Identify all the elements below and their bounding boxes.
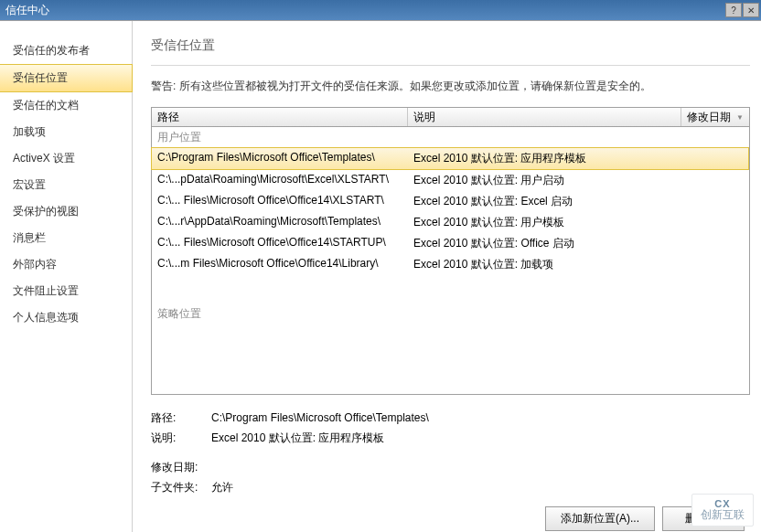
cell-date <box>681 235 749 252</box>
cell-desc: Excel 2010 默认位置: Excel 启动 <box>408 193 681 210</box>
sidebar-item-file-block[interactable]: 文件阻止设置 <box>0 278 132 304</box>
sidebar-item-external-content[interactable]: 外部内容 <box>0 251 132 278</box>
close-button[interactable]: ✕ <box>743 3 759 17</box>
titlebar-buttons: ? ✕ <box>725 3 759 17</box>
warning-text: 警告: 所有这些位置都被视为打开文件的受信任来源。如果您更改或添加位置，请确保新… <box>151 79 750 94</box>
detail-path-label: 路径: <box>151 408 211 428</box>
detail-date-row: 修改日期: <box>151 457 750 477</box>
sidebar-item-trusted-documents[interactable]: 受信任的文档 <box>0 92 132 119</box>
cell-date <box>681 150 748 167</box>
cell-desc: Excel 2010 默认位置: 用户模板 <box>408 214 681 231</box>
sidebar-item-message-bar[interactable]: 消息栏 <box>0 225 132 251</box>
section-title: 受信任位置 <box>151 37 750 66</box>
add-location-button[interactable]: 添加新位置(A)... <box>545 506 655 531</box>
dialog-title: 信任中心 <box>5 3 49 18</box>
detail-desc-row: 说明: Excel 2010 默认位置: 应用程序模板 <box>151 428 750 448</box>
table-row[interactable]: C:\Program Files\Microsoft Office\Templa… <box>151 147 749 170</box>
detail-subfolder-row: 子文件夹: 允许 <box>151 477 750 497</box>
detail-subfolder-value: 允许 <box>211 477 233 497</box>
detail-desc-label: 说明: <box>151 428 211 448</box>
grid-header: 路径 说明 修改日期▼ <box>152 108 749 127</box>
cell-desc: Excel 2010 默认位置: 加载项 <box>408 256 681 273</box>
cell-path: C:\...m Files\Microsoft Office\Office14\… <box>152 256 408 273</box>
cell-path: C:\...r\AppData\Roaming\Microsoft\Templa… <box>152 214 408 231</box>
watermark-logo: CX 创新互联 <box>691 494 754 527</box>
detail-desc-value: Excel 2010 默认位置: 应用程序模板 <box>211 428 384 448</box>
group-policy-locations: 策略位置 <box>152 275 749 394</box>
cell-desc: Excel 2010 默认位置: Office 启动 <box>408 235 681 252</box>
cell-path: C:\Program Files\Microsoft Office\Templa… <box>152 150 408 167</box>
cell-desc: Excel 2010 默认位置: 应用程序模板 <box>408 150 681 167</box>
cell-date <box>681 193 749 210</box>
detail-path-value: C:\Program Files\Microsoft Office\Templa… <box>211 408 429 428</box>
title-bar: 信任中心 ? ✕ <box>0 0 761 20</box>
table-row[interactable]: C:\...pData\Roaming\Microsoft\Excel\XLST… <box>152 170 749 191</box>
cell-path: C:\... Files\Microsoft Office\Office14\X… <box>152 193 408 210</box>
locations-grid: 路径 说明 修改日期▼ 用户位置 C:\Program Files\Micros… <box>151 107 750 395</box>
header-date[interactable]: 修改日期▼ <box>681 108 749 126</box>
grid-body: 用户位置 C:\Program Files\Microsoft Office\T… <box>152 127 749 394</box>
cell-date <box>681 256 749 273</box>
sidebar: 受信任的发布者 受信任位置 受信任的文档 加载项 ActiveX 设置 宏设置 … <box>0 21 133 532</box>
sort-arrow-icon: ▼ <box>736 113 744 122</box>
content-pane: 受信任位置 警告: 所有这些位置都被视为打开文件的受信任来源。如果您更改或添加位… <box>133 21 761 532</box>
sidebar-item-macro[interactable]: 宏设置 <box>0 172 132 198</box>
sidebar-item-trusted-locations[interactable]: 受信任位置 <box>0 64 133 92</box>
detail-date-label: 修改日期: <box>151 457 211 477</box>
cell-path: C:\... Files\Microsoft Office\Office14\S… <box>152 235 408 252</box>
table-row[interactable]: C:\...r\AppData\Roaming\Microsoft\Templa… <box>152 212 749 233</box>
sidebar-item-addins[interactable]: 加载项 <box>0 119 132 145</box>
detail-path-row: 路径: C:\Program Files\Microsoft Office\Te… <box>151 408 750 428</box>
group-user-locations: 用户位置 <box>152 127 749 148</box>
header-path[interactable]: 路径 <box>152 108 408 126</box>
sidebar-item-trusted-publishers[interactable]: 受信任的发布者 <box>0 37 132 64</box>
detail-subfolder-label: 子文件夹: <box>151 477 211 497</box>
table-row[interactable]: C:\... Files\Microsoft Office\Office14\X… <box>152 191 749 212</box>
sidebar-item-privacy[interactable]: 个人信息选项 <box>0 304 132 331</box>
cell-date <box>681 214 749 231</box>
table-row[interactable]: C:\...m Files\Microsoft Office\Office14\… <box>152 254 749 275</box>
sidebar-item-activex[interactable]: ActiveX 设置 <box>0 145 132 172</box>
sidebar-item-protected-view[interactable]: 受保护的视图 <box>0 198 132 225</box>
detail-block: 路径: C:\Program Files\Microsoft Office\Te… <box>151 408 750 497</box>
cell-date <box>681 172 749 189</box>
logo-sub: 创新互联 <box>701 509 745 521</box>
button-bar: 添加新位置(A)... 删除(R) <box>151 506 750 531</box>
cell-desc: Excel 2010 默认位置: 用户启动 <box>408 172 681 189</box>
header-desc[interactable]: 说明 <box>408 108 681 126</box>
table-row[interactable]: C:\... Files\Microsoft Office\Office14\S… <box>152 233 749 254</box>
dialog-body: 受信任的发布者 受信任位置 受信任的文档 加载项 ActiveX 设置 宏设置 … <box>0 20 761 532</box>
help-button[interactable]: ? <box>725 3 742 17</box>
cell-path: C:\...pData\Roaming\Microsoft\Excel\XLST… <box>152 172 408 189</box>
